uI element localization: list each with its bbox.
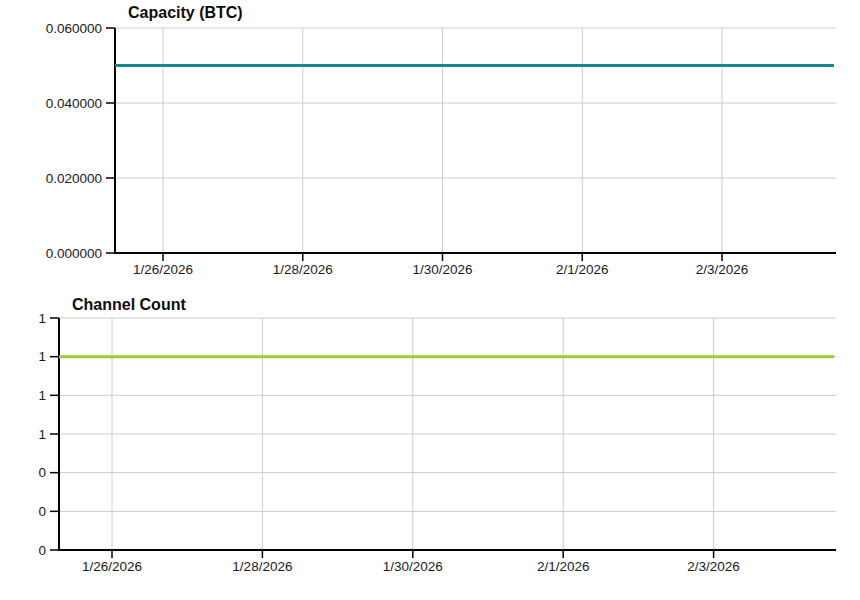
capacity-btc-x-tick-label: 1/26/2026 <box>133 262 193 277</box>
channel-count-y-tick-label: 1 <box>38 311 46 326</box>
channel-count-x-tick-label: 1/26/2026 <box>82 559 142 574</box>
channel-count-x-tick-label: 1/30/2026 <box>383 559 443 574</box>
channel-count-y-tick-label: 0 <box>38 543 46 558</box>
capacity-btc-y-tick-label: 0.060000 <box>46 21 102 36</box>
channel-count-x-tick-label: 2/1/2026 <box>537 559 590 574</box>
channel-count-y-tick-label: 1 <box>38 388 46 403</box>
channel-count-x-tick-label: 2/3/2026 <box>687 559 740 574</box>
capacity-chart-title: Capacity (BTC) <box>128 4 243 22</box>
capacity-btc-y-tick-label: 0.040000 <box>46 96 102 111</box>
capacity-btc-x-tick-label: 1/30/2026 <box>412 262 472 277</box>
capacity-btc-x-tick-label: 1/28/2026 <box>273 262 333 277</box>
channel-count-y-tick-label: 1 <box>38 349 46 364</box>
capacity-btc-y-tick-label: 0.000000 <box>46 246 102 261</box>
channel-count-y-tick-label: 1 <box>38 427 46 442</box>
capacity-btc-y-tick-label: 0.020000 <box>46 171 102 186</box>
channel-count-y-tick-label: 0 <box>38 465 46 480</box>
channel-count-chart-title: Channel Count <box>72 296 186 314</box>
channel-count-y-tick-label: 0 <box>38 504 46 519</box>
channel-count-x-tick-label: 1/28/2026 <box>232 559 292 574</box>
capacity-btc-x-tick-label: 2/1/2026 <box>556 262 609 277</box>
node-charts-dashboard: Capacity (BTC) Channel Count 1/26/20261/… <box>0 0 860 600</box>
capacity-btc-x-tick-label: 2/3/2026 <box>696 262 749 277</box>
